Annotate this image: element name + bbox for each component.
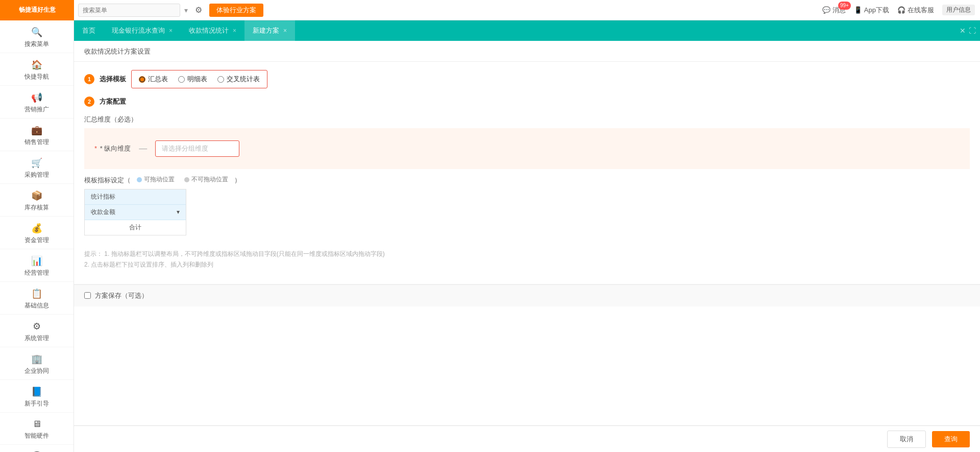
sidebar-icon-10: 🏢: [31, 353, 42, 365]
radio-summary-input[interactable]: [139, 76, 145, 83]
immovable-dot: [184, 177, 189, 182]
radio-cross[interactable]: 交叉统计表: [217, 75, 260, 84]
sidebar-item-1[interactable]: 🏠快捷导航: [0, 53, 74, 86]
query-button[interactable]: 查询: [932, 431, 970, 447]
header-right: 💬 消息 99+ 📱 App下载 🎧 在线客服 用户信息: [822, 5, 975, 15]
sidebar-item-4[interactable]: 🛒采购管理: [0, 151, 74, 184]
close-tab-3[interactable]: ×: [283, 27, 287, 34]
save-row: 方案保存（可选）: [74, 284, 980, 306]
tab-2[interactable]: 收款情况统计×: [181, 20, 244, 41]
search-dropdown-btn[interactable]: ▾: [184, 4, 188, 17]
sidebar-icon-12: 🖥: [32, 419, 41, 430]
step2-row: 2 方案配置: [84, 97, 970, 107]
dim-select-box[interactable]: 请选择分组维度: [155, 140, 239, 157]
message-button[interactable]: 💬 消息 99+: [822, 6, 846, 15]
online-service-button[interactable]: 🎧 在线客服: [897, 6, 934, 15]
sidebar-item-10[interactable]: 🏢企业协同: [0, 347, 74, 380]
form-content: 1 选择模板 汇总表 明细表: [74, 62, 980, 284]
sidebar-icon-0: 🔍: [31, 27, 42, 38]
sidebar-label-4: 采购管理: [24, 171, 49, 179]
radio-cross-label: 交叉统计表: [227, 75, 260, 84]
trial-button[interactable]: 体验行业方案: [209, 4, 263, 17]
amount-label: 收款金额: [91, 208, 115, 217]
radio-cross-input[interactable]: [217, 76, 224, 83]
radio-detail-input[interactable]: [178, 76, 185, 83]
hint-0: 提示： 1. 拖动标题栏可以调整布局，不可跨维度或指标区域拖动目字段(只能在同一…: [84, 249, 970, 260]
stats-container: 统计指标 收款金额 ▾ 合计: [84, 189, 186, 235]
radio-detail-label: 明细表: [187, 75, 207, 84]
sidebar-label-3: 销售管理: [24, 138, 49, 147]
sidebar-item-12[interactable]: 🖥智能硬件: [0, 413, 74, 445]
page-content: 收款情况统计方案设置 1 选择模板 汇总表: [74, 41, 980, 425]
step2-section: 2 方案配置 汇总维度（必选） * * 纵向维度 —: [84, 97, 970, 276]
save-row-label[interactable]: 方案保存（可选）: [95, 291, 148, 300]
sidebar-item-5[interactable]: 📦库存核算: [0, 184, 74, 217]
tab-1[interactable]: 现金银行流水查询×: [104, 20, 181, 41]
radio-detail[interactable]: 明细表: [178, 75, 207, 84]
section-header: 收款情况统计方案设置: [74, 41, 980, 62]
maximize-icon[interactable]: ⛶: [969, 27, 976, 35]
tab-bar: 首页现金银行流水查询×收款情况统计×新建方案× ✕ ⛶: [74, 20, 980, 41]
dim-select-placeholder: 请选择分组维度: [162, 145, 208, 152]
section-header-text: 收款情况统计方案设置: [84, 47, 151, 55]
sidebar-item-3[interactable]: 💼销售管理: [0, 118, 74, 151]
sidebar-label-12: 智能硬件: [24, 432, 49, 440]
required-mark: *: [94, 145, 97, 152]
hint-1: 2. 点击标题栏下拉可设置排序、插入列和删除列: [84, 259, 970, 271]
sidebar-icon-1: 🏠: [31, 59, 42, 70]
sidebar: 🔍搜索菜单🏠快捷导航📢营销推广💼销售管理🛒采购管理📦库存核算💰资金管理📊经营管理…: [0, 20, 74, 452]
sidebar-icon-11: 📘: [31, 386, 42, 397]
tab-label-3: 新建方案: [253, 26, 279, 35]
sidebar-item-9[interactable]: ⚙系统管理: [0, 315, 74, 347]
vertical-dim-label: * * 纵向维度: [94, 144, 131, 153]
amount-dropdown-icon[interactable]: ▾: [177, 208, 180, 216]
close-window-icon[interactable]: ✕: [960, 27, 966, 35]
sidebar-icon-2: 📢: [31, 92, 42, 103]
tab-0[interactable]: 首页: [74, 20, 104, 41]
dim-arrow-icon: —: [139, 144, 147, 153]
logo-area: 畅捷通好生意: [0, 0, 74, 20]
user-info[interactable]: 用户信息: [942, 5, 975, 15]
close-tab-1[interactable]: ×: [169, 27, 173, 34]
step2-label: 方案配置: [100, 97, 126, 106]
step1-label: 选择模板: [100, 75, 126, 84]
footer-bar: 取消 查询: [74, 425, 980, 452]
gear-icon[interactable]: ⚙: [192, 4, 205, 17]
app-download-label: App下载: [864, 6, 889, 15]
sidebar-icon-5: 📦: [31, 190, 42, 201]
movable-legend: 可拖动位置: [137, 175, 175, 184]
stats-subtotal: 合计: [85, 220, 186, 235]
sidebar-item-0[interactable]: 🔍搜索菜单: [0, 20, 74, 53]
metrics-header: 模板指标设定（ 可拖动位置 不可拖动位置 ）: [84, 175, 970, 185]
sidebar-label-2: 营销推广: [24, 105, 49, 114]
stats-row-amount[interactable]: 收款金额 ▾: [85, 205, 186, 220]
service-icon: 🎧: [897, 6, 905, 14]
close-tab-2[interactable]: ×: [233, 27, 236, 34]
sidebar-label-9: 系统管理: [24, 334, 49, 343]
save-checkbox[interactable]: [84, 292, 91, 299]
cancel-button[interactable]: 取消: [887, 431, 926, 448]
main-container: 🔍搜索菜单🏠快捷导航📢营销推广💼销售管理🛒采购管理📦库存核算💰资金管理📊经营管理…: [0, 20, 980, 452]
movable-dot: [137, 177, 142, 182]
sidebar-item-6[interactable]: 💰资金管理: [0, 217, 74, 249]
logo-text: 畅捷通好生意: [19, 6, 56, 14]
sidebar-label-8: 基础信息: [24, 301, 49, 310]
sidebar-item-13[interactable]: 💬企业微信: [0, 445, 74, 452]
tab-3[interactable]: 新建方案×: [244, 20, 295, 41]
radio-summary[interactable]: 汇总表: [139, 75, 168, 84]
page-inner: 收款情况统计方案设置 1 选择模板 汇总表: [74, 41, 980, 425]
sidebar-item-11[interactable]: 📘新手引导: [0, 380, 74, 413]
sidebar-icon-4: 🛒: [31, 157, 42, 169]
search-input[interactable]: [78, 4, 180, 17]
sidebar-label-7: 经营管理: [24, 269, 49, 277]
app-download-button[interactable]: 📱 App下载: [854, 6, 889, 15]
sidebar-item-2[interactable]: 📢营销推广: [0, 86, 74, 118]
sidebar-item-7[interactable]: 📊经营管理: [0, 249, 74, 282]
tab-label-2: 收款情况统计: [189, 26, 229, 35]
app-download-icon: 📱: [854, 6, 862, 14]
content-area: 首页现金银行流水查询×收款情况统计×新建方案× ✕ ⛶ 收款情况统计方案设置 1…: [74, 20, 980, 452]
sidebar-item-8[interactable]: 📋基础信息: [0, 282, 74, 315]
radio-summary-label: 汇总表: [148, 75, 168, 84]
sidebar-icon-3: 💼: [31, 125, 42, 136]
immovable-legend: 不可拖动位置: [184, 175, 228, 184]
